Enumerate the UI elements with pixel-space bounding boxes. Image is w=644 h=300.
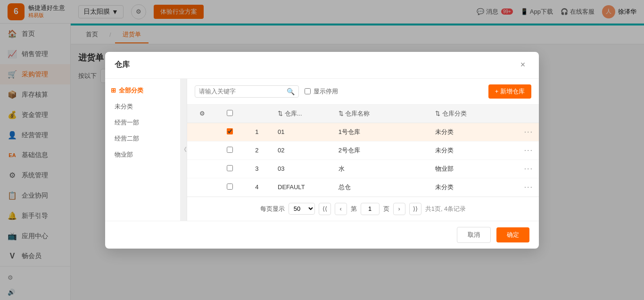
category-sidebar: ⊞ 全部分类 未分类 经营一部 经营二部 物业部 [105,79,181,221]
row-more-cell[interactable]: ··· [503,141,539,159]
table-header: ⚙ ⇅ 仓库... ⇅ 仓库名称 [187,105,539,123]
row-code-cell: 02 [272,141,333,159]
sort-icon: ⇅ [278,110,283,117]
page-label: 页 [383,205,389,213]
show-disabled-label[interactable]: 显示停用 [305,87,338,96]
row-more-dots[interactable]: ··· [524,183,533,191]
warehouse-modal: 仓库 × ⊞ 全部分类 未分类 经营一部 经营二部 物业部 《 [105,52,539,249]
row-check-cell[interactable] [217,123,241,141]
row-category-cell: 物业部 [429,159,502,178]
row-check-cell[interactable] [217,141,241,159]
row-more-dots[interactable]: ··· [524,128,533,136]
th-settings: ⚙ [187,105,217,123]
row-checkbox[interactable] [227,183,233,190]
modal-footer: 取消 确定 [105,221,539,249]
row-check-cell[interactable] [217,159,241,178]
warehouse-table: ⚙ ⇅ 仓库... ⇅ 仓库名称 [187,105,539,197]
row-name-cell: 2号仓库 [333,141,430,159]
select-all-checkbox[interactable] [227,110,233,116]
page-info: 共1页, 4条记录 [425,205,466,213]
row-more-dots[interactable]: ··· [524,146,533,154]
cat-item-unclassified[interactable]: 未分类 [105,99,180,115]
th-code-label: 仓库... [285,110,302,117]
row-setting-cell [187,141,217,159]
all-category-label: 全部分类 [119,86,143,95]
row-setting-cell [187,178,217,196]
row-checkbox[interactable] [227,128,233,134]
row-code-cell: DEFAULT [272,178,333,196]
search-icon: 🔍 [287,88,295,95]
modal-overlay[interactable]: 仓库 × ⊞ 全部分类 未分类 经营一部 经营二部 物业部 《 [0,0,644,300]
table-area: 🔍 显示停用 + 新增仓库 ⚙ [187,79,539,221]
row-name-cell: 水 [333,159,430,178]
row-num-cell: 4 [242,178,272,196]
row-code-cell: 03 [272,159,333,178]
search-input-wrap: 🔍 [195,85,299,98]
row-checkbox[interactable] [227,165,233,171]
table-body: 1 01 1号仓库 未分类 ··· 2 02 2号仓库 未分类 ··· 3 03… [187,123,539,196]
cat-item-property[interactable]: 物业部 [105,147,180,163]
row-check-cell[interactable] [217,178,241,196]
th-num [242,105,272,123]
page-of-label: 第 [351,205,357,213]
row-code-cell: 01 [272,123,333,141]
per-page-label: 每页显示 [260,205,285,213]
row-more-dots[interactable]: ··· [524,165,533,173]
table-wrap: ⚙ ⇅ 仓库... ⇅ 仓库名称 [187,105,539,197]
table-row[interactable]: 4 DEFAULT 总仓 未分类 ··· [187,178,539,196]
cancel-button[interactable]: 取消 [457,227,491,243]
modal-title: 仓库 [115,60,130,70]
cat-item-ops2[interactable]: 经营二部 [105,131,180,147]
th-name-label: 仓库名称 [345,110,370,117]
row-more-cell[interactable]: ··· [503,159,539,178]
row-category-cell: 未分类 [429,123,502,141]
th-category-label: 仓库分类 [442,110,467,117]
th-code: ⇅ 仓库... [272,105,333,123]
search-input[interactable] [199,88,284,95]
sort-icon-name: ⇅ [339,110,344,117]
row-setting-cell [187,159,217,178]
new-warehouse-button[interactable]: + 新增仓库 [488,84,531,99]
collapse-arrow-icon[interactable]: 《 [181,79,187,221]
row-num-cell: 3 [242,159,272,178]
row-category-cell: 未分类 [429,141,502,159]
row-num-cell: 2 [242,141,272,159]
confirm-button[interactable]: 确定 [496,227,529,242]
grid-icon: ⊞ [111,87,116,94]
page-next-btn[interactable]: › [393,203,405,215]
modal-header: 仓库 × [105,52,539,79]
modal-body: ⊞ 全部分类 未分类 经营一部 经营二部 物业部 《 🔍 [105,79,539,221]
th-more [503,105,539,123]
row-more-cell[interactable]: ··· [503,178,539,196]
row-name-cell: 1号仓库 [333,123,430,141]
pagination: 每页显示 50 100 200 ⟨⟨ ‹ 第 页 › ⟩⟩ 共1页, 4条记录 [187,197,539,221]
show-disabled-text: 显示停用 [314,87,338,96]
th-name: ⇅ 仓库名称 [333,105,430,123]
page-prev-btn[interactable]: ‹ [335,203,347,215]
row-name-cell: 总仓 [333,178,430,196]
sort-icon-cat: ⇅ [435,110,440,117]
th-check [217,105,241,123]
row-category-cell: 未分类 [429,178,502,196]
page-input[interactable] [361,203,380,215]
table-row[interactable]: 3 03 水 物业部 ··· [187,159,539,178]
page-last-btn[interactable]: ⟩⟩ [409,203,421,215]
modal-close-button[interactable]: × [516,58,529,72]
all-category[interactable]: ⊞ 全部分类 [105,83,180,99]
page-first-btn[interactable]: ⟨⟨ [319,203,331,215]
table-row[interactable]: 2 02 2号仓库 未分类 ··· [187,141,539,159]
table-toolbar: 🔍 显示停用 + 新增仓库 [187,79,539,105]
row-num-cell: 1 [242,123,272,141]
collapse-btn[interactable]: 《 [181,79,187,221]
table-row[interactable]: 1 01 1号仓库 未分类 ··· [187,123,539,141]
th-category: ⇅ 仓库分类 [429,105,502,123]
row-more-cell[interactable]: ··· [503,123,539,141]
row-setting-cell [187,123,217,141]
show-disabled-checkbox[interactable] [305,88,311,94]
cat-item-ops1[interactable]: 经营一部 [105,115,180,131]
row-checkbox[interactable] [227,147,233,153]
page-size-select[interactable]: 50 100 200 [289,203,315,215]
